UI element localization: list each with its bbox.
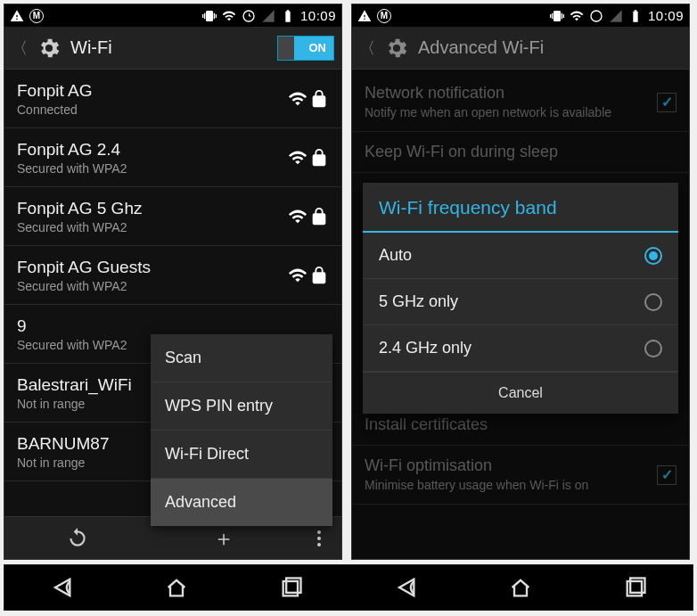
back-icon[interactable]: 〈: [359, 37, 375, 59]
refresh-button[interactable]: [4, 517, 151, 559]
status-bar: M 10:09: [352, 4, 689, 27]
motorola-icon: M: [29, 9, 44, 23]
network-ssid: Fonpit AG: [17, 81, 93, 101]
network-ssid: Fonpit AG 5 Ghz: [17, 199, 142, 218]
nav-recent-icon[interactable]: [279, 575, 304, 600]
phone-right: M 10:09 〈 Advanced Wi-Fi Network notific…: [351, 4, 690, 560]
radio-button[interactable]: [644, 247, 662, 265]
menu-item[interactable]: Wi-Fi Direct: [151, 431, 332, 479]
wifi-signal-icon: [288, 207, 329, 226]
frequency-band-dialog: Wi-Fi frequency band Auto 5 GHz only 2.4…: [363, 183, 678, 414]
back-icon[interactable]: 〈: [12, 37, 28, 59]
network-status: Not in range: [17, 456, 109, 470]
overflow-menu: ScanWPS PIN entryWi-Fi DirectAdvanced: [151, 334, 332, 526]
motorola-icon: M: [377, 9, 391, 23]
status-bar: M 10:09: [4, 4, 341, 27]
sync-icon: [242, 9, 256, 23]
network-status: Secured with WPA2: [17, 279, 151, 293]
dialog-cancel-button[interactable]: Cancel: [363, 372, 678, 414]
menu-item[interactable]: WPS PIN entry: [151, 382, 332, 431]
nav-recent-icon[interactable]: [623, 575, 648, 600]
option-label: 5 GHz only: [379, 292, 458, 311]
network-ssid: Balestrari_WiFi: [17, 375, 132, 395]
settings-gear-icon: [384, 36, 409, 61]
wifi-signal-icon: [288, 266, 329, 285]
dialog-option[interactable]: Auto: [363, 233, 678, 279]
radio-button[interactable]: [644, 340, 662, 357]
network-status: Not in range: [17, 397, 132, 411]
page-title: Advanced Wi-Fi: [418, 37, 682, 58]
vibrate-icon: [550, 9, 564, 23]
dialog-option[interactable]: 5 GHz only: [363, 279, 678, 325]
page-title: Wi-Fi: [70, 37, 268, 58]
status-time: 10:09: [648, 8, 684, 23]
battery-icon: [281, 9, 295, 23]
network-ssid: BARNUM87: [17, 434, 109, 454]
wifi-signal-icon: [288, 148, 329, 168]
status-time: 10:09: [300, 8, 336, 23]
nav-back-icon[interactable]: [49, 575, 74, 600]
wifi-network-row[interactable]: Fonpit AG 5 Ghz Secured with WPA2: [4, 187, 341, 246]
warning-icon: [357, 9, 372, 23]
radio-button[interactable]: [644, 293, 662, 311]
signal-icon: [261, 9, 275, 23]
battery-icon: [628, 9, 643, 23]
network-status: Connected: [17, 103, 93, 117]
wifi-signal-icon: [288, 89, 329, 109]
wifi-status-icon: [570, 9, 584, 23]
option-label: 2.4 GHz only: [379, 339, 472, 357]
dialog-option[interactable]: 2.4 GHz only: [363, 325, 678, 372]
wifi-network-row[interactable]: Fonpit AG Guests Secured with WPA2: [4, 246, 341, 305]
advanced-wifi-title-bar: 〈 Advanced Wi-Fi: [352, 27, 689, 70]
lock-icon: [309, 207, 329, 226]
menu-item[interactable]: Advanced: [151, 479, 332, 526]
phone-left: M 10:09 〈 Wi-Fi ON Fonpit AG Connected: [4, 4, 342, 560]
wifi-toggle[interactable]: ON: [277, 36, 334, 61]
network-status: Secured with WPA2: [17, 338, 127, 352]
option-label: Auto: [379, 246, 412, 265]
system-navbar: [4, 564, 693, 611]
lock-icon: [309, 89, 329, 109]
warning-icon: [10, 9, 24, 23]
network-ssid: 9: [17, 316, 127, 336]
network-ssid: Fonpit AG 2.4: [17, 140, 127, 160]
nav-back-icon[interactable]: [393, 575, 418, 600]
wifi-network-row[interactable]: Fonpit AG Connected: [4, 70, 341, 128]
signal-icon: [609, 9, 623, 23]
nav-home-icon[interactable]: [508, 575, 533, 600]
dialog-title: Wi-Fi frequency band: [363, 183, 678, 233]
lock-icon: [309, 266, 329, 285]
nav-home-icon[interactable]: [164, 575, 189, 600]
network-status: Secured with WPA2: [17, 161, 127, 176]
wifi-status-icon: [222, 9, 236, 23]
menu-item[interactable]: Scan: [151, 334, 332, 382]
wifi-network-row[interactable]: Fonpit AG 2.4 Secured with WPA2: [4, 128, 341, 187]
sync-icon: [589, 9, 603, 23]
network-ssid: Fonpit AG Guests: [17, 258, 151, 277]
settings-gear-icon: [37, 36, 62, 61]
network-status: Secured with WPA2: [17, 220, 142, 234]
lock-icon: [309, 148, 329, 168]
vibrate-icon: [202, 9, 217, 23]
wifi-title-bar: 〈 Wi-Fi ON: [4, 27, 341, 70]
